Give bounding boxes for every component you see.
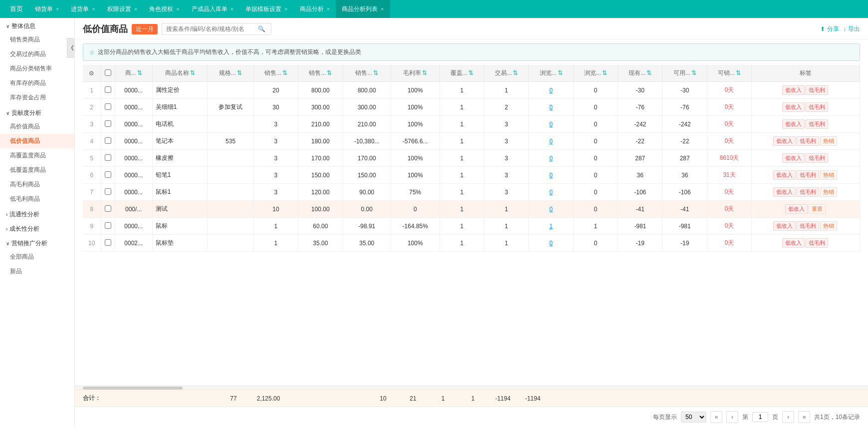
sidebar-item-high-margin[interactable]: 高毛利商品 <box>0 177 74 192</box>
sort-sales-qty-icon[interactable]: ⇅ <box>282 69 287 76</box>
close-production-in-icon[interactable]: × <box>230 6 233 12</box>
sort-current-icon[interactable]: ⇅ <box>647 69 651 76</box>
per-page-select[interactable]: 50 100 <box>681 412 706 423</box>
row-available: -22 <box>662 133 707 150</box>
close-product-analysis-list-icon[interactable]: × <box>381 6 384 12</box>
close-role-auth-icon[interactable]: × <box>176 6 179 12</box>
nav-home[interactable]: 首页 <box>4 0 29 18</box>
sidebar-item-low-margin[interactable]: 低毛利商品 <box>0 192 74 206</box>
row-checkbox[interactable] <box>105 86 111 93</box>
sort-browse1-icon[interactable]: ⇅ <box>558 69 563 76</box>
close-permission-icon[interactable]: × <box>134 6 137 12</box>
close-purchase-order-icon[interactable]: × <box>92 6 95 12</box>
nav-role-auth[interactable]: 角色授权 × <box>143 0 185 18</box>
nav-permission-setting[interactable]: 权限设置 × <box>101 0 143 18</box>
col-checkbox <box>101 65 115 82</box>
row-browse1[interactable]: 1 <box>529 218 573 235</box>
sort-name-icon[interactable]: ⇅ <box>190 69 195 76</box>
close-sales-order-icon[interactable]: × <box>56 6 59 12</box>
sort-spec-icon[interactable]: ⇅ <box>237 69 242 76</box>
sidebar-item-stock-products[interactable]: 有库存的商品 <box>0 76 74 90</box>
row-checkbox[interactable] <box>105 222 111 229</box>
sort-available-icon[interactable]: ⇅ <box>691 69 696 76</box>
sidebar-item-high-coverage[interactable]: 高覆盖度商品 <box>0 148 74 163</box>
search-icon[interactable]: 🔍 <box>258 25 265 32</box>
sidebar-group-circulation[interactable]: › 流通性分析 <box>0 206 74 221</box>
sidebar-collapse-button[interactable]: 《 <box>67 38 75 58</box>
pagination-bar: 每页显示 50 100 « ‹ 第 1 页 › » 共1页，10条记录 <box>75 407 868 427</box>
export-button[interactable]: ↓ 导出 <box>843 25 860 33</box>
scroll-thumb[interactable] <box>83 387 183 390</box>
sidebar-item-high-value[interactable]: 高价值商品 <box>0 119 74 134</box>
sort-coverage-icon[interactable]: ⇅ <box>468 69 473 76</box>
col-gross-margin-header: 毛利率⇅ <box>391 65 440 82</box>
filter-recent-month-button[interactable]: 近一月 <box>132 24 158 34</box>
row-num: 1 <box>83 82 101 99</box>
prev-page-button[interactable]: ‹ <box>726 411 738 423</box>
footer-trade: 21 <box>398 395 428 402</box>
gear-icon[interactable]: ⚙ <box>89 70 94 77</box>
info-icon: ☆ <box>89 49 95 56</box>
nav-product-analysis-list[interactable]: 商品分析列表 × <box>336 0 390 18</box>
nav-product-analysis[interactable]: 商品分析 × <box>294 0 336 18</box>
sort-sales-price-icon[interactable]: ⇅ <box>327 69 332 76</box>
sort-sales-amount-icon[interactable]: ⇅ <box>373 69 378 76</box>
sidebar-item-low-value[interactable]: 低价值商品 <box>0 134 74 148</box>
sidebar-group-contribution[interactable]: ∨ 贡献度分析 <box>0 105 74 119</box>
row-checkbox-cell <box>101 82 115 99</box>
select-all-checkbox[interactable] <box>105 69 111 76</box>
row-checkbox[interactable] <box>105 188 111 195</box>
sidebar-group-overview[interactable]: ∨ 整体信息 <box>0 18 74 32</box>
sort-browse2-icon[interactable]: ⇅ <box>602 69 607 76</box>
nav-production-in[interactable]: 产成品入库单 × <box>186 0 239 18</box>
sidebar-item-sales-products[interactable]: 销售类商品 <box>0 32 74 47</box>
close-template-icon[interactable]: × <box>284 6 287 12</box>
next-page-button[interactable]: › <box>782 411 794 423</box>
sidebar-item-category-sales-rate[interactable]: 商品分类销售率 <box>0 61 74 76</box>
sidebar-item-new-products[interactable]: 新品 <box>0 264 74 279</box>
row-checkbox[interactable] <box>105 171 111 178</box>
sidebar-item-stock-capital[interactable]: 库存资金占用 <box>0 90 74 105</box>
row-trade: 3 <box>484 116 528 133</box>
first-page-button[interactable]: « <box>710 411 722 423</box>
sort-code-icon[interactable]: ⇅ <box>137 69 142 76</box>
row-spec <box>208 167 253 184</box>
nav-sales-order[interactable]: 销货单 × <box>29 0 65 18</box>
table-row: 10 0002... 鼠标垫 1 35.00 35.00 100% 1 1 0 … <box>83 235 860 252</box>
close-product-analysis-icon[interactable]: × <box>327 6 330 12</box>
row-checkbox[interactable] <box>105 239 111 246</box>
sort-trade-icon[interactable]: ⇅ <box>513 69 518 76</box>
row-checkbox[interactable] <box>105 154 111 161</box>
last-page-button[interactable]: » <box>798 411 810 423</box>
search-box: 🔍 <box>162 23 271 35</box>
sidebar-group-growth[interactable]: › 成长性分析 <box>0 221 74 235</box>
footer-sales-qty: 77 <box>218 395 248 402</box>
sidebar-item-all-products[interactable]: 全部商品 <box>0 250 74 264</box>
footer-empty-2 <box>288 395 328 402</box>
row-name: 鼠标1 <box>152 184 208 201</box>
share-button[interactable]: ⬆ 分享 <box>820 25 839 33</box>
sort-saleable-icon[interactable]: ⇅ <box>736 69 741 76</box>
row-checkbox[interactable] <box>105 103 111 110</box>
row-sales-price: 170.00 <box>298 150 343 167</box>
sort-gross-margin-icon[interactable]: ⇅ <box>422 69 427 76</box>
row-gross-margin: 100% <box>391 235 440 252</box>
browse1-link[interactable]: 1 <box>549 223 553 230</box>
sidebar-group-marketing[interactable]: ∨ 营销推广分析 <box>0 235 74 250</box>
browse1-value: 0 <box>549 206 553 213</box>
row-checkbox[interactable] <box>105 120 111 127</box>
row-sales-price: 150.00 <box>298 167 343 184</box>
horizontal-scrollbar[interactable] <box>75 386 868 390</box>
table-row: 3 0000... 电话机 3 210.00 210.00 100% 1 3 0… <box>83 116 860 133</box>
row-checkbox[interactable] <box>105 205 111 212</box>
row-name: 测试 <box>152 201 208 218</box>
search-input[interactable] <box>166 25 256 32</box>
page-input[interactable]: 1 <box>752 412 768 422</box>
row-browse1: 0 <box>529 133 573 150</box>
row-checkbox[interactable] <box>105 137 111 144</box>
sidebar-item-low-coverage[interactable]: 低覆盖度商品 <box>0 163 74 177</box>
row-name: 鼠标 <box>152 218 208 235</box>
nav-template-setting[interactable]: 单据模板设置 × <box>239 0 293 18</box>
sidebar-item-traded-products[interactable]: 交易过的商品 <box>0 47 74 61</box>
nav-purchase-order[interactable]: 进货单 × <box>65 0 101 18</box>
